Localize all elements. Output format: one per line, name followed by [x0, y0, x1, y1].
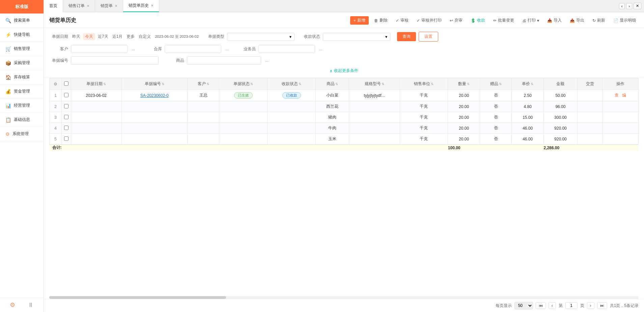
audit-button[interactable]: ✓ 审核 — [393, 16, 411, 25]
set-button[interactable]: 设置 — [419, 32, 438, 42]
salesperson-dots-btn[interactable]: ... — [318, 47, 324, 51]
customer-cell — [187, 123, 219, 134]
sidebar-item-quick-nav[interactable]: ⚡ 快捷导航 — [0, 28, 44, 42]
basic-info-icon: 📋 — [5, 117, 11, 123]
row-checkbox[interactable] — [64, 104, 68, 108]
warehouse-label: 合库 — [143, 46, 162, 52]
delete-button[interactable]: 🗑 删除 — [371, 16, 390, 25]
scrollbar-thumb[interactable] — [49, 296, 226, 299]
sidebar-item-basic-info[interactable]: 📋 基础信息 — [0, 113, 44, 127]
page-number-input[interactable] — [565, 302, 578, 309]
sidebar-collapse-icon[interactable]: ⏸ — [28, 302, 34, 309]
show-detail-button[interactable]: 📄 显示明细 — [611, 16, 639, 25]
sidebar-item-inventory[interactable]: 🏠 库存核算 — [0, 70, 44, 84]
sidebar-item-purchase[interactable]: 📦 采购管理 — [0, 56, 44, 70]
sidebar-item-sales[interactable]: 🛒 销售管理 — [0, 42, 44, 56]
ops-cell: 查编 — [603, 90, 639, 101]
col-payment-status[interactable]: 收款状态 ⇅ — [268, 78, 316, 90]
audit-print-button[interactable]: ✓ 审核并打印 — [414, 16, 444, 25]
tab-sales-history[interactable]: 销货单历史 ✕ — [123, 0, 159, 12]
col-customer[interactable]: 客户 ⇅ — [187, 78, 219, 90]
sidebar-item-search-menu[interactable]: 🔍 搜索菜单 — [0, 14, 44, 28]
add-button[interactable]: + 新增 — [350, 16, 369, 25]
tab-home[interactable]: 首页 — [44, 0, 63, 12]
product-input[interactable] — [187, 56, 261, 64]
doc-status-cell — [219, 123, 268, 134]
unit-price-sort-icon: ⇅ — [531, 82, 533, 86]
col-unit-price[interactable]: 单价 ⇅ — [512, 78, 544, 90]
col-gear[interactable]: ⚙ — [50, 78, 62, 90]
gear-icon[interactable]: ⚙ — [54, 82, 57, 86]
refresh-button[interactable]: ↻ 刷新 — [590, 16, 608, 25]
customer-input[interactable] — [71, 45, 128, 53]
col-quantity[interactable]: 数量 ⇅ — [448, 78, 480, 90]
page-size-select[interactable]: 50 100 200 — [514, 302, 533, 309]
sidebar-item-finance[interactable]: 💰 资金管理 — [0, 84, 44, 99]
abandon-button[interactable]: ↩ 弃审 — [447, 16, 465, 25]
receive-button[interactable]: 💲 收款 — [468, 16, 488, 25]
import-button[interactable]: 📥 导入 — [544, 16, 564, 25]
operations-icon: 📊 — [5, 103, 11, 108]
checkbox-cell — [62, 134, 71, 145]
page-last-btn[interactable]: ⏭ — [597, 302, 607, 309]
row-checkbox[interactable] — [64, 136, 68, 141]
export-button[interactable]: 📤 导出 — [567, 16, 587, 25]
ops-btn[interactable]: 查 — [614, 93, 620, 98]
page-first-btn[interactable]: ⏮ — [536, 302, 546, 309]
tab-sales-delivery[interactable]: 销货单 ✕ — [95, 0, 123, 12]
date-shortcut-1month[interactable]: 近1月 — [111, 33, 124, 40]
tab-sales-order[interactable]: 销售订单 ✕ — [63, 0, 95, 12]
col-doc-status[interactable]: 单据状态 ⇅ — [219, 78, 268, 90]
doc-no-link[interactable]: SA-20230602-0 — [140, 93, 169, 98]
date-shortcut-custom[interactable]: 自定义 — [137, 33, 152, 40]
date-shortcut-yesterday[interactable]: 昨天 — [71, 33, 82, 40]
row-checkbox[interactable] — [64, 93, 68, 97]
finance-icon: 💰 — [5, 89, 11, 94]
tab-prev-btn[interactable]: ‹ — [619, 3, 625, 9]
row-checkbox[interactable] — [64, 126, 68, 130]
collapse-filter-btn[interactable]: ∧ 收起更多条件 — [330, 68, 358, 74]
filter-group-product: 商品 ... — [165, 56, 270, 64]
doc-no-input[interactable] — [71, 56, 159, 64]
scrollbar-area[interactable] — [49, 296, 639, 299]
ops-btn[interactable]: 编 — [621, 93, 627, 98]
row-checkbox[interactable] — [64, 115, 68, 119]
close-sales-history-btn[interactable]: ✕ — [151, 4, 153, 7]
col-spec-model[interactable]: 规格型号 ⇅ — [349, 78, 400, 90]
col-doc-no[interactable]: 单据编号 ⇅ — [121, 78, 187, 90]
tab-next-btn[interactable]: › — [626, 3, 632, 9]
salesperson-input[interactable] — [258, 45, 315, 53]
col-gift[interactable]: 赠品 ⇅ — [480, 78, 512, 90]
doc-type-select[interactable]: ▾ — [227, 33, 295, 41]
col-sales-unit[interactable]: 销售单位 ⇅ — [400, 78, 448, 90]
select-all-checkbox[interactable] — [64, 81, 68, 86]
query-button[interactable]: 查询 — [397, 32, 416, 41]
date-shortcut-today[interactable]: 今天 — [83, 33, 95, 40]
date-shortcut-7days[interactable]: 近7天 — [96, 33, 110, 40]
collapse-label: 收起更多条件 — [334, 68, 358, 74]
warehouse-input[interactable] — [165, 45, 221, 53]
ops-cell — [603, 101, 639, 112]
col-doc-date[interactable]: 单据日期 ⇅ — [71, 78, 122, 90]
row-number: 5 — [54, 137, 57, 141]
page-prev-btn[interactable]: ‹ — [549, 302, 556, 309]
tab-close-all-btn[interactable]: ✕ — [634, 3, 641, 9]
customer-dots-btn[interactable]: ... — [130, 47, 136, 51]
close-sales-delivery-btn[interactable]: ✕ — [115, 4, 117, 8]
product-dots-btn[interactable]: ... — [264, 58, 270, 63]
date-shortcut-more[interactable]: 更多 — [125, 33, 136, 40]
col-product[interactable]: 商品 ⇅ — [316, 78, 349, 90]
batch-change-button[interactable]: ✏ 批量变更 — [491, 16, 517, 25]
doc-date-sort-icon: ⇅ — [103, 82, 106, 86]
filter-row-2: 客户 ... 合库 ... 业务员 ... — [49, 45, 639, 53]
sidebar-item-operations[interactable]: 📊 经营管理 — [0, 99, 44, 113]
close-sales-order-btn[interactable]: ✕ — [87, 4, 89, 8]
sidebar-item-system[interactable]: ⚙ 系统管理 — [0, 127, 44, 141]
table-row: 3猪肉千克20.00否15.00300.00 — [50, 112, 639, 123]
warehouse-dots-btn[interactable]: ... — [224, 47, 230, 51]
total-info: 共1页，5条记录 — [610, 303, 639, 309]
page-next-btn[interactable]: › — [587, 302, 594, 309]
sidebar-settings-icon[interactable]: ⚙ — [10, 301, 15, 309]
payment-status-select[interactable]: ▾ — [323, 33, 390, 41]
print-button[interactable]: 🖨 打印 ▾ — [520, 16, 542, 25]
